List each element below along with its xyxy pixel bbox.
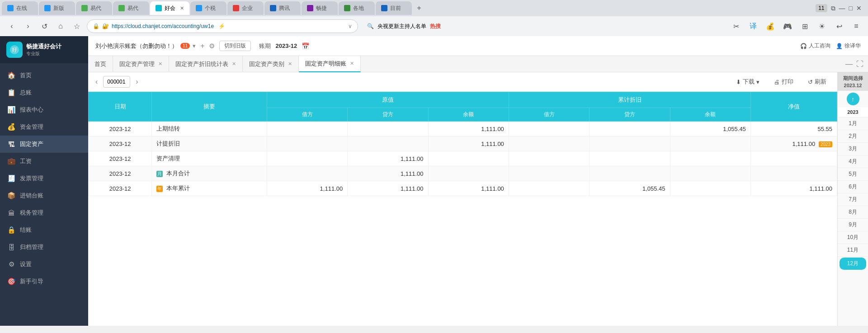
support-button[interactable]: 🎧 人工咨询 [800,42,830,50]
browser-tab-10[interactable]: 各地 [339,1,375,15]
sidebar-item-invoice[interactable]: 🧾 发票管理 [0,170,88,187]
browser-tab-7[interactable]: 企业 [227,1,264,15]
maximize-icon[interactable]: □ [849,5,853,12]
calendar-icon[interactable]: 📅 [302,42,309,50]
brightness-icon[interactable]: ☀ [816,20,828,33]
hot-search-label[interactable]: 热搜 [430,23,441,30]
address-input[interactable]: 🔒 🔐 https://cloud.chanjet.com/accounting… [87,19,358,33]
browser-tab-2[interactable]: 新版 [39,1,75,15]
translate-icon[interactable]: 译 [747,20,760,33]
period-item-year-2023[interactable]: 2023 [838,107,868,117]
tab-fixed-asset-detail[interactable]: 固定资产明细账 ✕ [299,56,361,72]
browser-tab-11[interactable]: 目前 [376,1,412,15]
address-bar-row: ‹ › ↺ ⌂ ☆ 🔒 🔐 https://cloud.chanjet.com/… [0,16,868,36]
tab-fixed-asset-mgmt[interactable]: 固定资产管理 ✕ [113,56,169,72]
account-selector[interactable]: 刘小艳演示账套（勿删勿动！） 11 ▾ [95,42,196,50]
period-item-2[interactable]: 2月 [838,130,868,143]
settings-gear-icon[interactable]: ⚙ [209,42,215,50]
browser-tab-9[interactable]: 畅捷 [302,1,338,15]
cell-orig-credit: 1,111.00 [348,151,428,166]
restore-window-icon[interactable]: ⧉ [831,5,835,12]
period-item-1[interactable]: 1月 [838,117,868,130]
period-item-4[interactable]: 4月 [838,155,868,168]
sidebar-item-close[interactable]: 🔒 结账 [0,221,88,239]
cell-acc-debit [509,181,589,196]
sidebar-item-ledger[interactable]: 📋 总账 [0,84,88,101]
period-item-7[interactable]: 7月 [838,193,868,206]
sidebar-item-archive[interactable]: 🗄 归档管理 [0,239,88,256]
sidebar-item-reports[interactable]: 📊 报表中心 [0,101,88,118]
menu-icon[interactable]: ≡ [850,20,863,33]
tab-fixed-asset-category[interactable]: 固定资产类别 ✕ [243,56,299,72]
sidebar-item-fixed-assets[interactable]: 🏗 固定资产 [0,136,88,153]
reload-button[interactable]: ↺ [38,20,51,33]
period-item-12[interactable]: 12月 [840,258,866,270]
tab-category-close[interactable]: ✕ [288,61,292,67]
sidebar-item-funds[interactable]: 💰 资金管理 [0,118,88,136]
toolbar-row: ‹ › ⬇ 下载 ▾ 🖨 打印 ↺ [88,72,837,92]
period-item-5[interactable]: 5月 [838,168,868,181]
history-icon[interactable]: ↩ [833,20,845,33]
grid-icon[interactable]: ⊞ [798,20,811,33]
sidebar-menu: 🏠 首页 📋 总账 📊 报表中心 💰 资金管理 🏗 固定资产 💼 工资 [0,63,88,326]
period-item-6[interactable]: 6月 [838,181,868,193]
sidebar-item-home[interactable]: 🏠 首页 [0,67,88,84]
sidebar-item-settings[interactable]: ⚙ 设置 [0,256,88,273]
collapse-icon[interactable]: — [845,60,853,68]
cell-orig-debit [267,151,347,166]
cell-orig-credit: 1,111.00 [348,166,428,181]
switch-version-button[interactable]: 切到旧版 [219,41,251,51]
period-item-11[interactable]: 11月 [838,244,868,257]
browser-tab-8[interactable]: 腾讯 [264,1,301,15]
minimize-icon[interactable]: — [839,5,845,12]
sidebar-item-guide[interactable]: 🎯 新手引导 [0,273,88,290]
period-item-8[interactable]: 8月 [838,206,868,219]
cell-orig-debit [267,136,347,151]
browser-tab-6[interactable]: 个税 [190,1,226,15]
sidebar-item-tax[interactable]: 🏛 税务管理 [0,204,88,221]
tab-detail-close[interactable]: ✕ [350,61,354,66]
period-item-3[interactable]: 3月 [838,143,868,155]
user-button[interactable]: 👤 徐译华 [836,42,861,50]
wallet-icon[interactable]: 💰 [764,20,777,33]
refresh-button[interactable]: ↺ 刷新 [804,76,830,88]
expand-icon[interactable]: ⛶ [856,60,863,68]
back-button[interactable]: ‹ [5,20,18,33]
download-button[interactable]: ⬇ 下载 ▾ [732,76,763,88]
print-button[interactable]: 🖨 打印 [770,76,797,88]
bookmark-button[interactable]: ☆ [71,20,83,33]
add-account-icon[interactable]: + [200,42,204,50]
sidebar-item-inventory[interactable]: 📦 进销台账 [0,187,88,204]
prev-page-button[interactable]: ‹ [95,78,98,86]
forward-button[interactable]: › [22,20,34,33]
address-dropdown-icon[interactable]: ∨ [348,23,352,29]
tab-fixed-asset-depreciation[interactable]: 固定资产折旧统计表 ✕ [169,56,243,72]
scissors-icon[interactable]: ✂ [730,20,742,33]
period-item-10[interactable]: 10月 [838,231,868,244]
app-header: 刘小艳演示账套（勿删勿动！） 11 ▾ + ⚙ 切到旧版 账期 2023-12 … [88,36,868,56]
cell-summary: 计提折旧 [152,136,267,151]
close-window-icon[interactable]: ✕ [856,5,862,12]
browser-tab-4[interactable]: 易代 [113,1,149,15]
period-item-9[interactable]: 9月 [838,219,868,231]
browser-tab-5[interactable]: 好会 ✕ [150,1,189,15]
browser-tab-5-close[interactable]: ✕ [180,5,184,11]
extensions-icon[interactable]: ⚡ [218,23,225,29]
tab-home[interactable]: 首页 [88,56,113,72]
game-icon[interactable]: 🎮 [781,20,794,33]
next-page-button[interactable]: › [136,78,138,86]
table-row: 2023-12 上期结转 1,111.00 1,055.45 55.55 [89,122,837,136]
browser-tab-1[interactable]: 在线 [2,1,38,15]
cell-orig-balance [428,151,509,166]
page-input[interactable] [103,76,130,88]
table-row: 2023-12 资产清理 1,111.00 [89,151,837,166]
tab-depreciation-close[interactable]: ✕ [232,61,236,67]
tab-fixed-asset-mgmt-close[interactable]: ✕ [158,61,162,67]
new-tab-button[interactable]: + [413,2,425,14]
browser-tab-3[interactable]: 易代 [76,1,112,15]
scroll-up-button[interactable]: ↑ [847,93,859,105]
download-dropdown-icon[interactable]: ▾ [756,79,760,85]
sidebar-item-payroll[interactable]: 💼 工资 [0,153,88,170]
cell-orig-debit [267,122,347,136]
home-button[interactable]: ⌂ [54,20,67,33]
